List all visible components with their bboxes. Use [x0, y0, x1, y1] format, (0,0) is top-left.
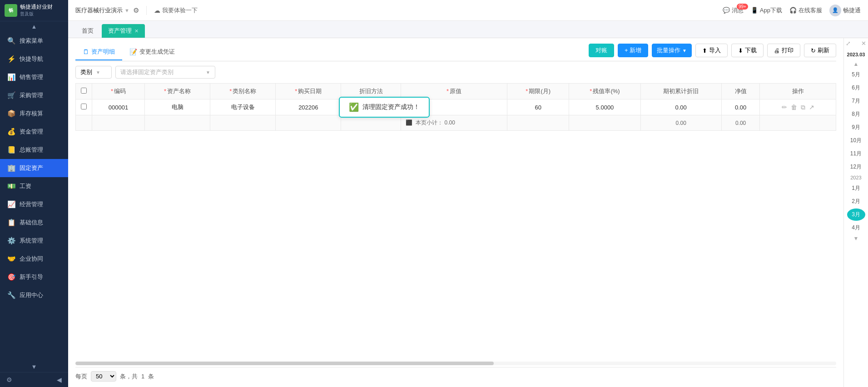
export-button[interactable]: ⬆ 导入	[695, 44, 728, 57]
user-btn[interactable]: 👤 畅捷通	[829, 5, 861, 16]
bottom-scrollbar[interactable]	[75, 362, 836, 365]
cal-month-10[interactable]: 10月	[847, 134, 865, 147]
select-all-checkbox[interactable]	[81, 88, 87, 94]
sidebar-item-finance[interactable]: 💰 资金管理	[0, 123, 68, 141]
right-panel-expand-btn[interactable]: ⤢	[846, 40, 851, 47]
sidebar-item-label: 工资	[20, 182, 31, 190]
cal-month-1[interactable]: 1月	[847, 182, 865, 194]
settings-gear-icon[interactable]: ⚙	[133, 6, 139, 15]
header-code: *编码	[92, 84, 145, 99]
online-service-btn[interactable]: 🎧 在线客服	[789, 6, 822, 15]
cal-month-5[interactable]: 5月	[847, 69, 865, 81]
sidebar-item-label: 快捷导航	[20, 55, 43, 63]
header-name: *资产名称	[144, 84, 210, 99]
cell-name: 电脑	[144, 99, 210, 115]
inventory-icon: 📦	[7, 109, 16, 118]
tab-asset-mgmt[interactable]: 资产管理 ✕	[102, 24, 145, 38]
sidebar-item-basic-info[interactable]: 📋 基础信息	[0, 213, 68, 232]
cell-period: 60	[507, 99, 569, 115]
right-panel-close-btn[interactable]: ✕	[861, 40, 866, 47]
scrollbar-thumb	[75, 362, 494, 365]
more-icon[interactable]: ↗	[809, 104, 814, 111]
category-input-wrap[interactable]: 请选择固定资产类别 ▼	[115, 66, 215, 79]
settings-icon[interactable]: ⚙	[6, 376, 12, 383]
category-filter-select[interactable]: 类别 ▼	[75, 66, 112, 79]
collapse-icon[interactable]: ◀	[57, 376, 62, 383]
copy-icon[interactable]: ⧉	[801, 104, 805, 111]
cal-nav-up[interactable]: ▲	[853, 60, 860, 68]
sidebar-item-label: 系统管理	[20, 237, 43, 245]
new-button[interactable]: + 新增	[618, 44, 648, 57]
sidebar-item-system[interactable]: ⚙️ 系统管理	[0, 232, 68, 250]
user-name: 畅捷通	[843, 6, 861, 15]
avatar: 👤	[829, 5, 841, 16]
sidebar-nav: 🔍 搜索菜单 ⚡ 快捷导航 📊 销售管理 🛒 采购管理 📦 库存核算 💰 资金管…	[0, 32, 68, 362]
batch-dropdown-icon: ▼	[682, 48, 687, 53]
cal-month-2[interactable]: 2月	[847, 195, 865, 208]
cal-month-11[interactable]: 11月	[847, 148, 865, 160]
edit-icon[interactable]: ✏	[782, 104, 787, 111]
message-btn[interactable]: 💬 消息 99+	[723, 6, 744, 15]
sidebar-item-label: 应用中心	[20, 291, 43, 299]
row-checkbox[interactable]	[81, 104, 87, 109]
sidebar-item-label: 企业协同	[20, 255, 43, 263]
topbar-right: 💬 消息 99+ 📱 App下载 🎧 在线客服 👤 畅捷通	[723, 5, 861, 16]
online-service-icon: 🎧	[789, 7, 797, 14]
cell-code: 000001	[92, 99, 145, 115]
sidebar-scroll-down[interactable]: ▼	[0, 362, 68, 372]
row-actions: ✏ 🗑 ⧉ ↗	[764, 104, 831, 111]
refresh-button[interactable]: ↻ 刷新	[804, 44, 836, 57]
company-selector[interactable]: 医疗器械行业演示 ▼	[75, 6, 129, 15]
sidebar-item-quick-nav[interactable]: ⚡ 快捷导航	[0, 50, 68, 68]
app-download-btn[interactable]: 📱 App下载	[751, 6, 782, 15]
download-button[interactable]: ⬇ 下载	[731, 44, 764, 57]
sidebar-item-purchase[interactable]: 🛒 采购管理	[0, 86, 68, 104]
print-icon: 🖨	[774, 47, 780, 54]
cal-month-3[interactable]: 3月	[847, 208, 865, 221]
cal-month-6[interactable]: 6月	[847, 82, 865, 94]
cal-month-12[interactable]: 12月	[847, 161, 865, 173]
cal-month-4[interactable]: 4月	[847, 222, 865, 234]
page-size-label: 每页	[75, 372, 87, 381]
category-filter-chevron: ▼	[96, 70, 100, 75]
sidebar-item-inventory[interactable]: 📦 库存核算	[0, 104, 68, 123]
sub-tab-change-voucher-label: 变更生成凭证	[139, 48, 175, 56]
cell-net-value: 0.00	[721, 99, 760, 115]
cal-month-7[interactable]: 7月	[847, 95, 865, 107]
subtotal-original-value: 0.00	[445, 119, 455, 126]
sidebar-item-app-center[interactable]: 🔧 应用中心	[0, 286, 68, 304]
topbar-divider	[146, 6, 147, 15]
sidebar-item-label: 采购管理	[20, 91, 43, 99]
sub-tab-asset-detail[interactable]: 🗒 资产明细	[75, 44, 122, 60]
total-count: 1	[141, 373, 144, 380]
guide-icon: 🎯	[7, 273, 16, 281]
tab-home-label: 首页	[82, 27, 94, 34]
row-checkbox-cell	[76, 99, 92, 115]
print-button[interactable]: 🖨 打印	[767, 44, 800, 57]
tab-home[interactable]: 首页	[75, 24, 100, 38]
subtotal-label: 本页小计：	[416, 119, 443, 126]
sidebar-item-enterprise[interactable]: 🤝 企业协同	[0, 250, 68, 268]
sidebar-item-sales[interactable]: 📊 销售管理	[0, 68, 68, 86]
cal-nav-down[interactable]: ▼	[853, 234, 860, 243]
sidebar-item-fixed-assets[interactable]: 🏢 固定资产	[0, 159, 68, 177]
page-size-select[interactable]: 50 100 200	[91, 371, 116, 382]
sidebar-item-search-menu[interactable]: 🔍 搜索菜单	[0, 32, 68, 50]
header-net-value: 净值	[721, 84, 760, 99]
basic-info-icon: 📋	[7, 218, 16, 227]
delete-icon[interactable]: 🗑	[791, 104, 797, 111]
sidebar-item-ledger[interactable]: 📒 总账管理	[0, 141, 68, 159]
header-checkbox-cell	[76, 84, 92, 99]
sub-tab-change-voucher[interactable]: 📝 变更生成凭证	[122, 44, 182, 60]
sidebar-scroll-up[interactable]: ▲	[0, 21, 68, 32]
sidebar-item-salary[interactable]: 💵 工资	[0, 177, 68, 195]
company-name: 医疗器械行业演示	[75, 6, 123, 15]
sidebar-item-operations[interactable]: 📈 经营管理	[0, 195, 68, 213]
sidebar-item-guide[interactable]: 🎯 新手引导	[0, 268, 68, 286]
experience-btn[interactable]: ☁ 我要体验一下	[154, 6, 198, 15]
cal-month-8[interactable]: 8月	[847, 108, 865, 120]
tab-close-icon[interactable]: ✕	[134, 28, 139, 34]
batch-button[interactable]: 批量操作 ▼	[652, 44, 692, 57]
reconcile-button[interactable]: 对账	[589, 44, 614, 57]
cal-month-9[interactable]: 9月	[847, 121, 865, 134]
